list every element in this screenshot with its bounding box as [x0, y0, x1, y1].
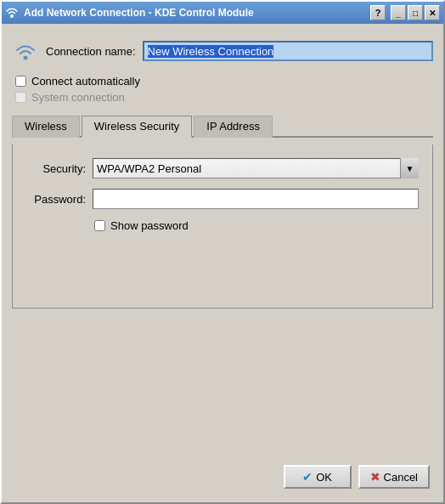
cancel-button[interactable]: ✖ Cancel [358, 465, 430, 489]
system-conn-checkbox [15, 92, 26, 103]
system-conn-label: System connection [31, 91, 125, 104]
minimize-button[interactable]: _ [391, 5, 406, 20]
password-row: Password: [26, 189, 419, 209]
ok-label: OK [316, 471, 332, 484]
cancel-label: Cancel [384, 471, 418, 484]
security-select-wrapper: None WEP WPA/WPA2 Personal WPA/WPA2 Ente… [93, 158, 419, 178]
maximize-button[interactable]: □ [408, 5, 423, 20]
connection-name-label: Connection name: [46, 45, 136, 58]
show-password-checkbox[interactable] [94, 220, 105, 231]
spacer [26, 242, 419, 294]
help-button[interactable]: ? [370, 5, 386, 20]
security-select[interactable]: None WEP WPA/WPA2 Personal WPA/WPA2 Ente… [93, 158, 419, 178]
titlebar-left: Add Network Connection - KDE Control Mod… [5, 6, 254, 20]
security-row: Security: None WEP WPA/WPA2 Personal WPA… [26, 158, 419, 178]
connect-auto-checkbox[interactable] [15, 76, 26, 87]
app-icon [5, 6, 19, 20]
window-title: Add Network Connection - KDE Control Mod… [24, 7, 254, 19]
titlebar-buttons: ? _ □ ✕ [370, 5, 440, 20]
tab-ip-address[interactable]: IP Address [194, 116, 273, 138]
system-conn-row: System connection [15, 91, 433, 104]
ok-button[interactable]: ✔ OK [284, 465, 352, 489]
window-body: Connection name: Connect automatically S… [2, 24, 443, 502]
connection-name-row: Connection name: [12, 34, 433, 68]
body-spacer [12, 315, 433, 451]
password-input[interactable] [93, 189, 419, 209]
show-password-row: Show password [26, 219, 419, 232]
tab-content: Security: None WEP WPA/WPA2 Personal WPA… [12, 144, 433, 309]
wifi-icon [12, 37, 39, 65]
cancel-icon: ✖ [370, 470, 380, 484]
close-button[interactable]: ✕ [425, 5, 440, 20]
tab-wireless-security[interactable]: Wireless Security [82, 116, 192, 138]
security-label: Security: [26, 162, 86, 175]
tabs-row: Wireless Wireless Security IP Address [12, 114, 433, 138]
password-label: Password: [26, 193, 86, 206]
svg-point-0 [10, 14, 14, 18]
svg-point-1 [24, 56, 28, 60]
tab-wireless[interactable]: Wireless [12, 116, 80, 138]
titlebar: Add Network Connection - KDE Control Mod… [2, 2, 443, 24]
connect-auto-row: Connect automatically [15, 75, 433, 88]
connection-name-input[interactable] [143, 41, 433, 61]
main-window: Add Network Connection - KDE Control Mod… [0, 0, 445, 504]
checkboxes-section: Connect automatically System connection [12, 75, 433, 104]
show-password-label[interactable]: Show password [110, 219, 189, 232]
ok-icon: ✔ [302, 470, 313, 484]
buttons-row: ✔ OK ✖ Cancel [12, 458, 433, 492]
connect-auto-label[interactable]: Connect automatically [31, 75, 140, 88]
